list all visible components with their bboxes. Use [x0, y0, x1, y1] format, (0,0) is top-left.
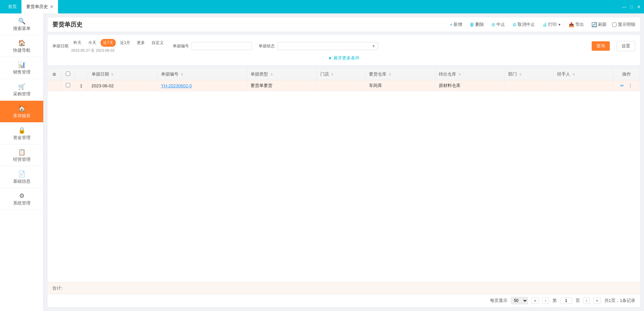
current-page-input[interactable] [560, 297, 572, 304]
th-req-warehouse-label: 要货仓库 [369, 72, 386, 77]
th-doc-no[interactable]: 单据编号 ⇅ [157, 69, 247, 80]
next-page-btn[interactable]: › [583, 297, 590, 304]
th-doc-type[interactable]: 单据类型 ⇅ [247, 69, 317, 80]
sidebar-item-sales[interactable]: 📊 销售管理 [0, 57, 43, 79]
sidebar-item-search-menu[interactable]: 🔍 搜索菜单 [0, 13, 43, 35]
th-doc-date[interactable]: 单据日期 ⇅ [88, 69, 157, 80]
prev-page-btn[interactable]: ‹ [542, 297, 549, 304]
th-req-warehouse[interactable]: 要货仓库 ⇅ [366, 69, 435, 80]
main-layout: 🔍 搜索菜单 🏠 快捷导航 📊 销售管理 🛒 采购管理 🏠 库存核算 🔒 资金管… [0, 13, 644, 311]
sort-arrows-doc-date: ⇅ [111, 73, 114, 76]
sidebar-item-operations-label: 经营管理 [13, 157, 31, 163]
th-handler[interactable]: 经手人 ⇅ [554, 69, 613, 80]
settings-btn[interactable]: 设置 [616, 41, 635, 51]
refresh-icon: 🔄 [591, 22, 597, 27]
sidebar-item-finance-label: 资金管理 [13, 135, 31, 141]
date-btn-yesterday[interactable]: 昨天 [71, 39, 84, 47]
row-edit-btn[interactable]: ✏ [619, 82, 626, 89]
tab-home[interactable]: 首页 [3, 0, 21, 13]
page-title: 要货单历史 [52, 20, 83, 29]
th-store-label: 门店 [320, 72, 329, 77]
th-settings: ⚙ [48, 69, 61, 80]
window-minimize-btn[interactable]: — [622, 4, 626, 9]
th-doc-no-label: 单据编号 [161, 72, 178, 77]
date-btn-custom[interactable]: 自定义 [149, 39, 166, 47]
th-pending-warehouse[interactable]: 待出仓库 ⇅ [435, 69, 504, 80]
sidebar-item-system[interactable]: ⚙ 系统管理 [0, 188, 43, 210]
stop-label: 中止 [496, 21, 505, 28]
select-all-checkbox[interactable] [66, 72, 70, 76]
sidebar-item-finance[interactable]: 🔒 资金管理 [0, 123, 43, 144]
export-label: 导出 [575, 21, 584, 28]
table-wrapper: ⚙ 单据日期 ⇅ 单据编号 [48, 69, 640, 307]
sidebar-item-quick-nav[interactable]: 🏠 快捷导航 [0, 35, 43, 57]
refresh-btn[interactable]: 🔄 刷新 [589, 20, 609, 29]
print-btn[interactable]: 🖨 打印 ▼ [540, 20, 563, 29]
sort-arrows-req-warehouse: ⇅ [389, 73, 391, 76]
filter-area: 单据日期 昨天 今天 近7天 近1月 更多 自定义 2023-05-27 至 2… [48, 35, 640, 65]
status-select-arrow-icon: ▼ [372, 44, 378, 49]
sidebar-item-purchase[interactable]: 🛒 采购管理 [0, 79, 43, 101]
page-unit: 页 [576, 298, 580, 304]
tab-close-icon[interactable]: ✕ [50, 4, 53, 9]
export-btn[interactable]: 📤 导出 [567, 20, 586, 29]
th-doc-type-label: 单据类型 [251, 72, 268, 77]
sidebar-item-purchase-label: 采购管理 [13, 91, 31, 97]
status-filter-group: 单据状态 ▼ [259, 42, 585, 50]
date-btn-more[interactable]: 更多 [135, 39, 147, 47]
query-btn[interactable]: 查询 [592, 41, 610, 51]
display-detail-checkbox[interactable] [612, 23, 616, 27]
sidebar-item-operations[interactable]: 📋 经营管理 [0, 144, 43, 166]
th-store[interactable]: 门店 ⇅ [317, 69, 366, 80]
purchase-icon: 🛒 [18, 84, 25, 90]
doc-no-label: 单据编号 [173, 43, 189, 49]
status-select[interactable] [278, 42, 371, 50]
page-header: 要货单历史 + 新增 🗑 删除 ⊘ 中止 ⊘ 取消中止 [48, 17, 640, 32]
th-operations: 操作 [613, 69, 640, 80]
row-doc-type: 要货单要货 [247, 80, 317, 91]
first-page-btn[interactable]: « [531, 297, 539, 304]
row-store [317, 80, 366, 91]
top-bar-controls: — □ ✕ [622, 4, 641, 9]
th-operations-label: 操作 [622, 72, 631, 77]
date-filter-label: 单据日期 [52, 43, 68, 49]
window-close-btn[interactable]: ✕ [637, 4, 641, 9]
new-btn[interactable]: + 新增 [448, 20, 464, 29]
window-maximize-btn[interactable]: □ [630, 4, 633, 9]
th-doc-date-label: 单据日期 [92, 72, 109, 77]
th-dept[interactable]: 部门 ⇅ [505, 69, 554, 80]
cancel-stop-btn[interactable]: ⊘ 取消中止 [511, 20, 537, 29]
stop-btn[interactable]: ⊘ 中止 [489, 20, 507, 29]
doc-no-input[interactable] [192, 42, 252, 50]
column-settings-icon[interactable]: ⚙ [52, 72, 56, 77]
filter-row: 单据日期 昨天 今天 近7天 近1月 更多 自定义 2023-05-27 至 2… [52, 39, 635, 53]
date-btn-7days[interactable]: 近7天 [101, 39, 116, 47]
row-more-btn[interactable]: ⋮ [627, 82, 634, 89]
sort-arrows-doc-no: ⇅ [181, 73, 183, 76]
sidebar-item-basic-info-label: 基础信息 [13, 178, 31, 184]
inventory-icon: 🏠 [18, 105, 25, 112]
row-operations: ✏ ⋮ [613, 80, 640, 91]
page-size-select[interactable]: 50 10 20 100 [511, 297, 528, 304]
print-label: 打印 [548, 21, 557, 28]
display-detail-wrap[interactable]: 显示明细 [612, 21, 635, 28]
sales-icon: 📊 [18, 62, 25, 68]
tab-order-history[interactable]: 要货单历史 ✕ [21, 0, 58, 13]
row-doc-no[interactable]: YH-20230602-0 [157, 80, 247, 91]
new-label: 新增 [453, 21, 462, 28]
status-label: 单据状态 [259, 43, 275, 49]
print-icon: 🖨 [542, 22, 547, 27]
delete-btn[interactable]: 🗑 删除 [468, 20, 486, 29]
row-checkbox[interactable] [66, 83, 70, 87]
sidebar-item-inventory[interactable]: 🏠 库存核算 [0, 101, 43, 123]
expand-more-btn[interactable]: ▼ 展开更多条件 [52, 53, 635, 61]
date-btn-1month[interactable]: 近1月 [118, 39, 133, 47]
table-row: 1 2023-06-02 YH-20230602-0 要货单要货 车间库 原材料… [48, 80, 640, 91]
system-icon: ⚙ [19, 193, 24, 199]
tab-home-label: 首页 [8, 4, 17, 10]
sidebar-item-basic-info[interactable]: 📄 基础信息 [0, 166, 43, 188]
table-header-row: ⚙ 单据日期 ⇅ 单据编号 [48, 69, 640, 80]
date-btn-today[interactable]: 今天 [86, 39, 99, 47]
last-page-btn[interactable]: » [593, 297, 601, 304]
row-checkbox-cell [61, 80, 74, 91]
